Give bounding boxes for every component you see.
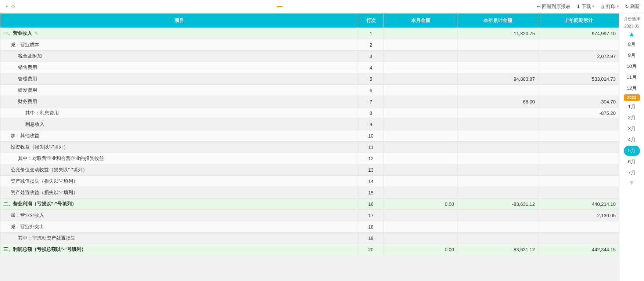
- month-item-2[interactable]: 2月: [624, 113, 640, 123]
- edit-icon[interactable]: ✎: [33, 31, 38, 36]
- table-row: 其中：利息费用8-875.20: [0, 107, 619, 119]
- item-label: 管理费用: [3, 76, 37, 81]
- cell-year: [457, 142, 538, 153]
- nav-down-arrow[interactable]: ▼: [629, 179, 635, 187]
- cell-prev: [538, 142, 619, 153]
- cell-year: [457, 210, 538, 221]
- top-bar-left: ▾ ⊙: [4, 4, 15, 9]
- cell-item: 研发费用: [0, 85, 358, 96]
- item-label: 资产处置收益（损失以"-"填列）: [3, 190, 78, 195]
- item-label: 公允价值变动收益（损失以"-"填列）: [3, 167, 87, 172]
- table-row: 二、营业利润（亏损以"-"号填列）160.00-83,631.12440,214…: [0, 198, 619, 210]
- cell-month: [384, 85, 457, 96]
- table-area: 项目 行次 本月金额 本年累计金额 上年同期累计 一、营业收入 ✎111,320…: [0, 13, 619, 281]
- cell-line: 6: [358, 85, 384, 96]
- table-row: 投资收益（损失以"-"填列）11: [0, 142, 619, 153]
- cell-prev: [538, 62, 619, 73]
- month-item-9[interactable]: 9月: [624, 50, 640, 61]
- main-content: 项目 行次 本月金额 本年累计金额 上年同期累计 一、营业收入 ✎111,320…: [0, 13, 644, 281]
- cell-item: 三、利润总额（亏损总额以"-"号填列）: [0, 244, 358, 255]
- table-row: 加：其他收益10: [0, 130, 619, 142]
- month-item-1[interactable]: 1月: [624, 102, 640, 112]
- cell-year: [457, 130, 538, 142]
- cell-year: [457, 187, 538, 198]
- print-chevron: ▾: [617, 4, 619, 9]
- cell-year: [457, 221, 538, 233]
- month-item-3[interactable]: 3月: [624, 124, 640, 134]
- month-item-7[interactable]: 7月: [624, 168, 640, 178]
- cell-item: 加：其他收益: [0, 130, 358, 142]
- cell-year: [457, 51, 538, 62]
- cell-line: 7: [358, 96, 384, 107]
- cell-item: 减：营业成本: [0, 39, 358, 51]
- refresh-button[interactable]: ↻ 刷新: [625, 3, 640, 10]
- refresh-icon: ↻: [625, 4, 629, 9]
- top-bar-right: ↩ 回退到原报表 ⬇ 下载 ▾ 🖨 打印 ▾ ↻ 刷新: [537, 3, 640, 10]
- cell-prev: 440,214.10: [538, 198, 619, 210]
- cell-month: 0.00: [384, 198, 457, 210]
- cell-prev: [538, 39, 619, 51]
- cell-line: 20: [358, 244, 384, 255]
- cell-item: 减：营业外支出: [0, 221, 358, 233]
- month-item-6[interactable]: 6月: [624, 157, 640, 167]
- print-label: 打印: [606, 3, 616, 10]
- cell-month: [384, 107, 457, 119]
- table-row: 利息收入9: [0, 119, 619, 130]
- download-button[interactable]: ⬇ 下载 ▾: [576, 3, 594, 10]
- month-sidebar: 月份选择 2023.05 ▲ 8月 9月 10月 11月 12月 2023 1月…: [619, 13, 644, 281]
- table-row: 三、利润总额（亏损总额以"-"号填列）200.00-83,631.12442,3…: [0, 244, 619, 255]
- cell-month: [384, 73, 457, 85]
- cell-month: 0.00: [384, 244, 457, 255]
- header-prev: 上年同期累计: [538, 14, 619, 28]
- cell-line[interactable]: 11: [358, 142, 384, 153]
- sidebar-title: 月份选择: [624, 15, 640, 23]
- item-label: 减：营业外支出: [3, 224, 44, 229]
- month-item-4[interactable]: 4月: [624, 135, 640, 145]
- month-item-10[interactable]: 10月: [624, 61, 640, 72]
- cell-prev: [538, 164, 619, 176]
- item-label: 加：其他收益: [3, 133, 39, 138]
- all-button[interactable]: ▾: [4, 4, 8, 9]
- cell-line[interactable]: 10: [358, 130, 384, 142]
- cell-line: 5: [358, 73, 384, 85]
- month-item-8[interactable]: 8月: [624, 39, 640, 50]
- cell-month: [384, 142, 457, 153]
- item-label: 其中：非流动资产处置损失: [3, 235, 75, 241]
- cell-year: [457, 176, 538, 187]
- top-bar-center: [269, 6, 283, 7]
- cell-line[interactable]: 17: [358, 210, 384, 221]
- cell-month: [384, 164, 457, 176]
- cell-prev: 442,344.15: [538, 244, 619, 255]
- unfinished-badge[interactable]: [277, 6, 283, 7]
- cell-item: 公允价值变动收益（损失以"-"填列）: [0, 164, 358, 176]
- back-button[interactable]: ↩ 回退到原报表: [537, 3, 571, 10]
- table-row: 减：营业外支出18: [0, 221, 619, 233]
- cell-month: [384, 51, 457, 62]
- table-row: 一、营业收入 ✎111,320.75974,997.10: [0, 28, 619, 39]
- item-label: 其中：利息费用: [3, 110, 59, 116]
- cell-line: 18: [358, 221, 384, 233]
- month-item-11[interactable]: 11月: [624, 72, 640, 83]
- cell-item: 财务费用: [0, 96, 358, 107]
- cell-year: [457, 119, 538, 130]
- cell-line: 16: [358, 198, 384, 210]
- cell-year: [457, 39, 538, 51]
- cell-item: 销售费用: [0, 62, 358, 73]
- cell-prev: [538, 187, 619, 198]
- cell-line: 15: [358, 187, 384, 198]
- question-icon[interactable]: ⊙: [11, 4, 15, 9]
- month-item-12[interactable]: 12月: [624, 83, 640, 94]
- cell-prev: 2,072.97: [538, 51, 619, 62]
- chevron-down-icon: ▾: [6, 4, 8, 9]
- cell-month: [384, 119, 457, 130]
- month-item-5-active[interactable]: 5月: [624, 146, 640, 156]
- table-row: 其中：非流动资产处置损失19: [0, 233, 619, 244]
- cell-prev: [538, 119, 619, 130]
- cell-year: [457, 107, 538, 119]
- item-label: 加：营业外收入: [3, 212, 44, 218]
- nav-up-arrow[interactable]: ▲: [629, 30, 635, 38]
- cell-prev: [538, 233, 619, 244]
- cell-item: 税金及附加: [0, 51, 358, 62]
- print-button[interactable]: 🖨 打印 ▾: [600, 3, 619, 10]
- cell-line: 14: [358, 176, 384, 187]
